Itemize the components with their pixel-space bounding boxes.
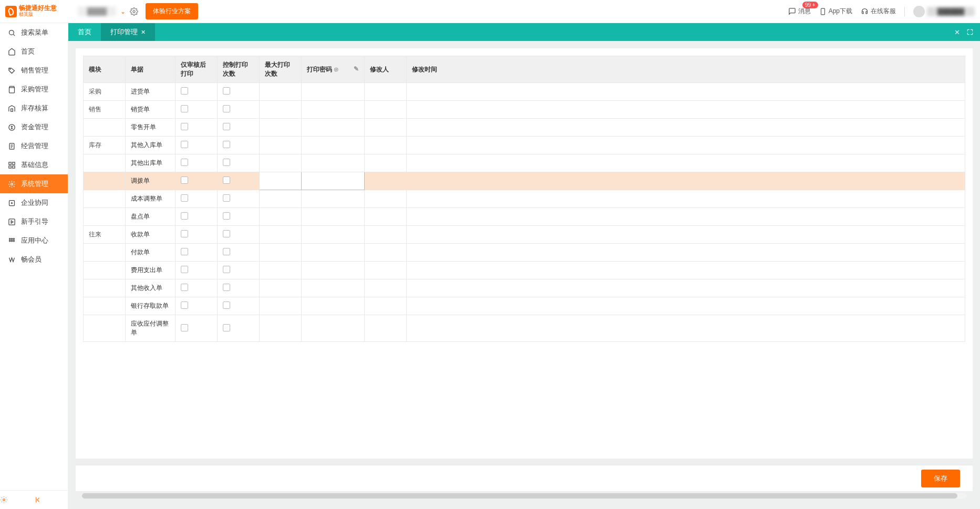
cell-audit-only (176, 172, 218, 190)
cell-max-count[interactable] (260, 172, 302, 190)
cell-module (84, 244, 126, 262)
checkbox-control-count[interactable] (223, 266, 230, 273)
cell-bill: 调拨单 (126, 172, 176, 190)
sidebar-item-member[interactable]: 畅会员 (0, 250, 68, 269)
checkbox-audit-only[interactable] (181, 159, 188, 166)
cell-modified-at (407, 226, 965, 244)
sidebar-item-label: 采购管理 (21, 85, 48, 94)
cell-control-count (218, 119, 260, 137)
checkbox-control-count[interactable] (223, 159, 230, 166)
tenant-settings-icon[interactable] (130, 7, 138, 16)
industry-solution-button[interactable]: 体验行业方案 (146, 3, 198, 19)
cell-password (302, 262, 365, 279)
sidebar-item-inventory[interactable]: 库存核算 (0, 99, 68, 118)
app-download-button[interactable]: App下载 (819, 7, 852, 16)
checkbox-control-count[interactable] (223, 212, 230, 220)
tab-print-management[interactable]: 打印管理 ✕ (101, 23, 155, 41)
th-control-count: 控制打印次数 (218, 56, 260, 83)
checkbox-audit-only[interactable] (181, 248, 188, 255)
coin-icon (7, 123, 16, 131)
table-row: 盘点单 (84, 208, 965, 226)
cell-max-count (260, 83, 302, 101)
sidebar-item-basic[interactable]: 基础信息 (0, 155, 68, 174)
cell-max-count (260, 101, 302, 119)
checkbox-audit-only[interactable] (181, 194, 188, 202)
checkbox-control-count[interactable] (223, 123, 230, 130)
sidebar-item-sales[interactable]: 销售管理 (0, 61, 68, 80)
tab-home[interactable]: 首页 (68, 23, 101, 41)
cell-bill: 收款单 (126, 226, 176, 244)
sidebar-item-label: 应用中心 (21, 236, 48, 245)
checkbox-audit-only[interactable] (181, 105, 188, 112)
checkbox-control-count[interactable] (223, 105, 230, 112)
checkbox-control-count[interactable] (223, 324, 230, 331)
svg-point-27 (3, 499, 5, 501)
checkbox-audit-only[interactable] (181, 230, 188, 237)
sidebar-item-finance[interactable]: 资金管理 (0, 118, 68, 137)
cell-control-count (218, 279, 260, 297)
checkbox-audit-only[interactable] (181, 87, 188, 95)
sidebar-settings-button[interactable] (0, 491, 34, 509)
help-icon[interactable]: ⊙ (334, 66, 339, 73)
cell-module: 销售 (84, 101, 126, 119)
checkbox-control-count[interactable] (223, 230, 230, 237)
sidebar-item-label: 企业协同 (21, 198, 48, 207)
th-password-label: 打印密码 (307, 66, 332, 73)
th-password: 打印密码 ⊙ ✎ (302, 56, 365, 83)
sidebar-item-appcenter[interactable]: 应用中心 (0, 231, 68, 250)
checkbox-audit-only[interactable] (181, 123, 188, 130)
brand-logo: 畅捷通好生意 精英版 (5, 5, 68, 18)
horizontal-scrollbar[interactable] (82, 493, 966, 498)
tag-icon (7, 66, 16, 75)
cell-modified-at (407, 101, 965, 119)
checkbox-control-count[interactable] (223, 194, 230, 202)
cell-max-count (260, 297, 302, 315)
search-icon (7, 28, 16, 37)
cell-audit-only (176, 119, 218, 137)
checkbox-audit-only[interactable] (181, 284, 188, 291)
checkbox-audit-only[interactable] (181, 176, 188, 184)
cell-audit-only (176, 137, 218, 154)
sidebar-item-collab[interactable]: 企业协同 (0, 193, 68, 212)
checkbox-control-count[interactable] (223, 284, 230, 291)
checkbox-audit-only[interactable] (181, 302, 188, 309)
cell-password[interactable] (302, 172, 365, 190)
checkbox-audit-only[interactable] (181, 141, 188, 148)
sidebar-item-purchase[interactable]: 采购管理 (0, 80, 68, 99)
svg-point-24 (9, 240, 11, 242)
support-button[interactable]: 在线客服 (861, 7, 896, 16)
sidebar-item-search-menu[interactable]: 搜索菜单 (0, 23, 68, 42)
vip-icon (7, 255, 16, 264)
messages-button[interactable]: 消息 99 + (788, 7, 811, 16)
checkbox-control-count[interactable] (223, 248, 230, 255)
sidebar-item-home[interactable]: 首页 (0, 42, 68, 61)
cell-control-count (218, 262, 260, 279)
checkbox-control-count[interactable] (223, 302, 230, 309)
close-icon[interactable]: ✕ (141, 29, 146, 36)
sidebar-collapse-button[interactable] (34, 491, 68, 509)
sidebar-item-guide[interactable]: 新手引导 (0, 212, 68, 231)
support-label: 在线客服 (871, 7, 896, 16)
table-header-row: 模块 单据 仅审核后打印 控制打印次数 最大打印次数 打印密码 ⊙ ✎ (84, 56, 965, 83)
sidebar-item-system[interactable]: 系统管理 (0, 174, 68, 193)
sidebar-item-operations[interactable]: 经营管理 (0, 137, 68, 155)
cell-modified-at (407, 297, 965, 315)
save-button[interactable]: 保存 (921, 470, 960, 487)
tab-close-all-icon[interactable]: ✕ (954, 28, 960, 36)
account-menu[interactable]: ██████ (913, 6, 975, 17)
cell-max-count (260, 315, 302, 342)
checkbox-control-count[interactable] (223, 176, 230, 184)
cell-control-count (218, 172, 260, 190)
cell-modifier (365, 315, 407, 342)
checkbox-control-count[interactable] (223, 141, 230, 148)
cell-audit-only (176, 297, 218, 315)
table-row: 采购进货单 (84, 83, 965, 101)
checkbox-control-count[interactable] (223, 87, 230, 95)
checkbox-audit-only[interactable] (181, 266, 188, 273)
checkbox-audit-only[interactable] (181, 212, 188, 220)
edit-column-icon[interactable]: ✎ (354, 65, 359, 72)
tenant-switcher[interactable]: ████ ⌄ (78, 6, 138, 16)
checkbox-audit-only[interactable] (181, 324, 188, 331)
fullscreen-icon[interactable] (966, 28, 974, 36)
cell-max-count (260, 262, 302, 279)
